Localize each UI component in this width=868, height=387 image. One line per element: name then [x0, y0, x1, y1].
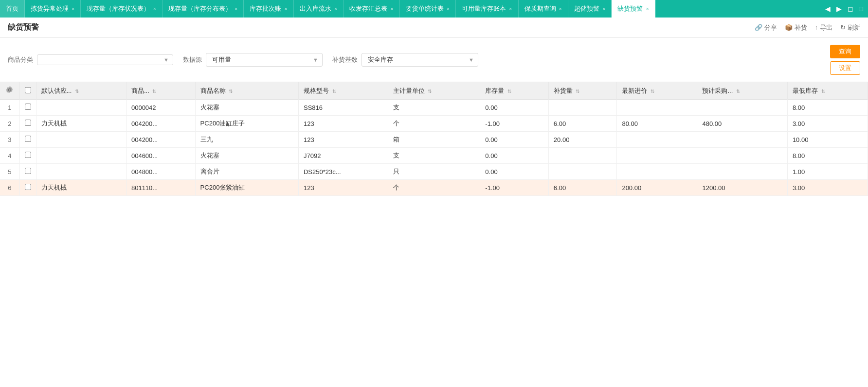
- row-default-supplier: 力天机械: [36, 180, 126, 196]
- row-checkbox-3[interactable]: [25, 152, 31, 158]
- share-button[interactable]: 🔗 分享: [755, 23, 777, 32]
- table-row: 1 0000042 火花塞 SS816 支 0.00 8.00: [0, 100, 868, 116]
- row-product-code: 004800...: [126, 164, 195, 180]
- row-latest-price: [617, 148, 697, 164]
- col-stock[interactable]: 库存量 ⇅: [480, 82, 549, 100]
- col-product-code[interactable]: 商品... ⇅: [126, 82, 195, 100]
- table-header-row: 默认供应... ⇅ 商品... ⇅ 商品名称 ⇅ 规格型号 ⇅: [0, 82, 868, 100]
- row-estimated-purchase: [697, 100, 787, 116]
- data-table: 默认供应... ⇅ 商品... ⇅ 商品名称 ⇅ 规格型号 ⇅: [0, 82, 868, 196]
- row-latest-price: [617, 164, 697, 180]
- tab-close-4[interactable]: ×: [284, 6, 287, 12]
- refresh-button[interactable]: ↻ 刷新: [840, 23, 860, 32]
- sort-spec-icon: ⇅: [332, 88, 336, 94]
- row-checkbox-4[interactable]: [25, 168, 31, 174]
- row-product-name: 三九: [195, 132, 298, 148]
- row-product-name: PC200油缸庄子: [195, 116, 298, 132]
- datasource-label: 数据源: [183, 55, 202, 64]
- col-replenish[interactable]: 补货量 ⇅: [548, 82, 617, 100]
- settings-button[interactable]: 设置: [830, 61, 860, 75]
- tab-stock-dist[interactable]: 现存量（库存分布表） ×: [163, 0, 244, 18]
- tab-close-1[interactable]: ×: [72, 6, 74, 12]
- tab-prev-icon[interactable]: ◀: [822, 5, 833, 13]
- row-unit: 只: [388, 164, 480, 180]
- tab-close-9[interactable]: ×: [559, 6, 562, 12]
- row-spec: 123: [298, 116, 388, 132]
- tab-stock-status[interactable]: 现存量（库存状况表） ×: [81, 0, 162, 18]
- row-unit: 个: [388, 180, 480, 196]
- row-checkbox-1[interactable]: [25, 120, 31, 126]
- tab-close-2[interactable]: ×: [153, 6, 156, 12]
- row-replenish: 20.00: [548, 132, 617, 148]
- col-latest-price[interactable]: 最新进价 ⇅: [617, 82, 697, 100]
- category-filter-group: 商品分类 ▼: [8, 54, 173, 65]
- row-checkbox-5[interactable]: [25, 184, 31, 190]
- table-row: 4 004600... 火花塞 J7092 支 0.00 8.00: [0, 148, 868, 164]
- col-default-supplier[interactable]: 默认供应... ⇅: [36, 82, 126, 100]
- tab-close-11[interactable]: ×: [646, 6, 649, 12]
- query-button[interactable]: 查询: [830, 45, 860, 58]
- tab-batch-account[interactable]: 库存批次账 ×: [244, 0, 293, 18]
- gear-settings-icon[interactable]: [6, 86, 14, 94]
- tab-shortage[interactable]: 缺货预警 ×: [612, 0, 655, 18]
- row-number: 5: [0, 164, 19, 180]
- row-estimated-purchase: [697, 164, 787, 180]
- tab-next-icon[interactable]: ▶: [833, 5, 845, 13]
- tab-home[interactable]: 首页: [0, 0, 25, 18]
- row-estimated-purchase: [697, 132, 787, 148]
- category-select[interactable]: ▼: [37, 54, 173, 65]
- replenish-basis-label: 补货基数: [332, 55, 358, 64]
- tab-close-8[interactable]: ×: [509, 6, 512, 12]
- row-product-name: 火花塞: [195, 100, 298, 116]
- tab-close-3[interactable]: ×: [235, 6, 237, 12]
- row-number: 1: [0, 100, 19, 116]
- row-stock: 0.00: [480, 100, 549, 116]
- main-content: 缺货预警 🔗 分享 📦 补货 ↑ 导出 ↻ 刷新 商品分类: [0, 18, 868, 387]
- replenish-basis-select[interactable]: 安全库存 ▼: [362, 53, 478, 67]
- sort-price-icon: ⇅: [651, 88, 654, 94]
- col-min-stock[interactable]: 最低库存 ⇅: [787, 82, 868, 100]
- tab-pick-exception[interactable]: 拣货异常处理 ×: [25, 0, 81, 18]
- tab-summary[interactable]: 收发存汇总表 ×: [344, 0, 399, 18]
- col-spec[interactable]: 规格型号 ⇅: [298, 82, 388, 100]
- row-latest-price: [617, 100, 697, 116]
- row-product-code: 004200...: [126, 132, 195, 148]
- sort-unit-icon: ⇅: [428, 88, 432, 94]
- row-unit: 个: [388, 116, 480, 132]
- select-all-checkbox[interactable]: [25, 87, 31, 93]
- tab-close-6[interactable]: ×: [390, 6, 393, 12]
- tab-demand[interactable]: 要货单统计表 ×: [400, 0, 456, 18]
- col-product-name[interactable]: 商品名称 ⇅: [195, 82, 298, 100]
- row-checkbox-0[interactable]: [25, 104, 31, 110]
- row-unit: 支: [388, 100, 480, 116]
- tab-restore-icon[interactable]: ◻: [845, 5, 856, 13]
- row-default-supplier: [36, 148, 126, 164]
- sort-code-icon: ⇅: [152, 88, 156, 94]
- row-latest-price: 80.00: [617, 116, 697, 132]
- col-estimated-purchase[interactable]: 预计采购... ⇅: [697, 82, 787, 100]
- tab-close-all-icon[interactable]: □: [856, 5, 866, 13]
- tab-available-account[interactable]: 可用量库存账本 ×: [456, 0, 518, 18]
- datasource-chevron-down-icon: ▼: [313, 57, 318, 63]
- export-button[interactable]: ↑ 导出: [815, 23, 833, 32]
- tab-close-7[interactable]: ×: [447, 6, 450, 12]
- table-row: 2 力天机械 004200... PC200油缸庄子 123 个 -1.00 6…: [0, 116, 868, 132]
- row-estimated-purchase: [697, 148, 787, 164]
- tab-inout-flow[interactable]: 出入库流水 ×: [294, 0, 344, 18]
- filter-actions: 查询 设置: [830, 45, 860, 75]
- page-title: 缺货预警: [8, 22, 39, 33]
- col-unit[interactable]: 主计量单位 ⇅: [388, 82, 480, 100]
- sort-stock-icon: ⇅: [507, 88, 511, 94]
- row-latest-price: [617, 132, 697, 148]
- tab-expiry[interactable]: 保质期查询 ×: [519, 0, 568, 18]
- replenish-basis-filter-group: 补货基数 安全库存 ▼: [332, 53, 478, 67]
- category-label: 商品分类: [8, 55, 33, 64]
- replenish-button[interactable]: 📦 补货: [785, 23, 807, 32]
- row-checkbox-2[interactable]: [25, 136, 31, 142]
- tab-close-5[interactable]: ×: [334, 6, 337, 12]
- tab-overstock[interactable]: 超储预警 ×: [568, 0, 612, 18]
- tab-close-10[interactable]: ×: [602, 6, 605, 12]
- row-checkbox-cell: [19, 116, 36, 132]
- row-replenish: [548, 148, 617, 164]
- datasource-select[interactable]: 可用量 ▼: [206, 53, 323, 67]
